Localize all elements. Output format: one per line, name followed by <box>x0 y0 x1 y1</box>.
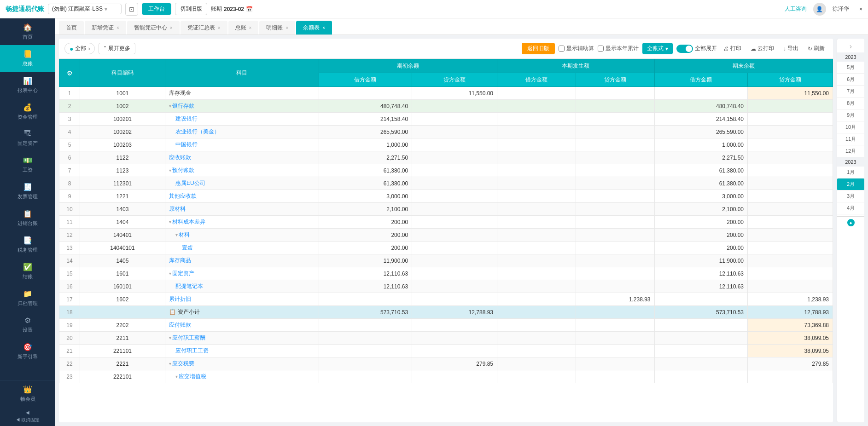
cloud-print-button[interactable]: ☁ 云打印 <box>748 44 777 53</box>
month-9[interactable]: 9月 <box>837 109 864 121</box>
tab-voucher-summary[interactable]: 凭证汇总表 × <box>181 21 227 35</box>
right-panel-expand[interactable]: › <box>848 40 854 52</box>
sidebar-label-close: 结账 <box>23 273 33 280</box>
tab-general-ledger[interactable]: 总账 × <box>228 21 259 35</box>
switch-version-button[interactable]: 切到旧版 <box>175 3 207 15</box>
filter-all-button[interactable]: ● 全部 › <box>64 43 95 54</box>
consult-link[interactable]: 人工咨询 <box>785 5 807 13</box>
tab-close-icon[interactable]: × <box>117 25 119 30</box>
sidebar-item-guide[interactable]: 🎯 新手引导 <box>0 338 55 365</box>
account-name[interactable]: 库存商品 <box>165 254 319 267</box>
account-name[interactable]: 累计折旧 <box>165 293 319 306</box>
avatar[interactable]: 👤 <box>813 3 826 16</box>
sidebar-item-settings[interactable]: ⚙ 设置 <box>0 311 55 338</box>
account-name[interactable]: ▾应付职工薪酬 <box>165 332 319 345</box>
tab-smart-voucher[interactable]: 智能凭证中心 × <box>127 21 180 35</box>
account-name[interactable]: 原材料 <box>165 203 319 216</box>
account-name[interactable]: ▾预付账款 <box>165 164 319 177</box>
month-12[interactable]: 12月 <box>837 145 864 157</box>
close-icon[interactable]: × <box>859 6 862 12</box>
account-name[interactable]: ▾材料成本差异 <box>165 216 319 229</box>
show-ytd-checkbox[interactable]: 显示本年累计 <box>598 45 639 52</box>
export-button[interactable]: ↓ 导出 <box>781 44 801 53</box>
sidebar-item-reports[interactable]: 📊 报表中心 <box>0 72 55 98</box>
month-10[interactable]: 10月 <box>837 121 864 133</box>
settings-gear-icon[interactable]: ⚙ <box>63 67 76 80</box>
account-name[interactable]: 应收账款 <box>165 151 319 164</box>
account-name[interactable]: 应付账款 <box>165 319 319 332</box>
full-mode-label: 全账式 <box>647 45 664 52</box>
account-name[interactable]: ▾固定资产 <box>165 267 319 280</box>
tab-close-icon[interactable]: × <box>170 25 173 30</box>
th-end-balance: 期末余额 <box>654 59 833 73</box>
th-period-debit: 借方金额 <box>319 73 412 87</box>
toolbar-right: 返回旧版 显示辅助算 显示本年累计 全账式 ▾ <box>522 43 827 54</box>
tab-new-voucher[interactable]: 新增凭证 × <box>85 21 126 35</box>
tab-close-icon[interactable]: × <box>218 25 221 30</box>
month-8[interactable]: 8月 <box>837 98 864 109</box>
tab-close-icon[interactable]: × <box>322 25 325 30</box>
workbench-button[interactable]: 工作台 <box>142 3 171 15</box>
page-content: ● 全部 › ˅ 展开更多 返回旧版 显示辅助算 <box>55 35 868 426</box>
month-4[interactable]: 4月 <box>837 202 864 214</box>
account-name[interactable]: 惠属EU公司 <box>165 177 319 190</box>
account-name[interactable]: 中国银行 <box>165 138 319 151</box>
tab-close-icon[interactable]: × <box>249 25 252 30</box>
tab-close-icon[interactable]: × <box>285 25 288 30</box>
month-11[interactable]: 11月 <box>837 133 864 145</box>
month-2[interactable]: 2月 <box>837 178 864 190</box>
account-name[interactable]: 其他应收款 <box>165 190 319 203</box>
expand-all-toggle[interactable]: 全部展开 <box>676 45 717 53</box>
sidebar-item-tax[interactable]: 📑 税务管理 <box>0 231 55 258</box>
row-number: 1 <box>59 87 80 100</box>
month-6[interactable]: 6月 <box>837 74 864 86</box>
month-7[interactable]: 7月 <box>837 86 864 98</box>
account-code: 2221 <box>80 357 165 370</box>
account-name[interactable]: ▾材料 <box>165 229 319 242</box>
account-name[interactable]: ▾应交增值税 <box>165 370 319 383</box>
month-1[interactable]: 1月 <box>837 167 864 178</box>
return-old-button[interactable]: 返回旧版 <box>522 43 555 54</box>
sidebar-item-assets[interactable]: 🏗 固定资产 <box>0 125 55 151</box>
sidebar-item-salary[interactable]: 💵 工资 <box>0 151 55 178</box>
sidebar-item-close[interactable]: ✅ 结账 <box>0 258 55 285</box>
month-5[interactable]: 5月 <box>837 62 864 74</box>
circle-indicator[interactable]: ● <box>847 219 855 226</box>
trading-icon: 📋 <box>23 209 32 218</box>
sidebar-item-trading[interactable]: 📋 进销台账 <box>0 205 55 231</box>
calendar-icon[interactable]: 📅 <box>246 6 253 12</box>
account-name[interactable]: 建设银行 <box>165 113 319 126</box>
account-name[interactable]: ▾银行存款 <box>165 100 319 113</box>
sidebar-item-ledger[interactable]: 📒 总账 <box>0 45 55 72</box>
tab-home[interactable]: 首页 <box>59 21 84 35</box>
account-name[interactable]: 应付职工工资 <box>165 345 319 357</box>
sidebar-item-funds[interactable]: 💰 资金管理 <box>0 98 55 125</box>
row-number: 14 <box>59 254 80 267</box>
th-settings[interactable]: ⚙ <box>59 59 80 87</box>
account-name[interactable]: 配提笔记本 <box>165 280 319 293</box>
aux-checkbox-input[interactable] <box>559 46 565 52</box>
company-selector[interactable]: (勿删) 江西融至-LSS ▾ <box>48 4 122 14</box>
sidebar-item-invoice[interactable]: 🧾 发票管理 <box>0 178 55 205</box>
account-name[interactable]: ▾应交税费 <box>165 357 319 370</box>
copy-icon[interactable]: ⊡ <box>125 3 138 16</box>
sidebar-item-archive[interactable]: 📁 归档管理 <box>0 285 55 311</box>
sidebar-item-member[interactable]: 👑 畅会员 <box>0 380 55 407</box>
balance-table: ⚙ 科目编码 科目 期初余额 本期发生额 期末余额 借方金额 贷方金额 <box>59 59 833 383</box>
tab-balance-table[interactable]: 余额表 × <box>296 21 332 35</box>
refresh-button[interactable]: ↻ 刷新 <box>805 44 827 53</box>
show-ytd-label: 显示本年累计 <box>606 45 639 52</box>
print-button[interactable]: 🖨 打印 <box>721 44 744 53</box>
show-aux-checkbox[interactable]: 显示辅助算 <box>559 45 594 52</box>
sidebar-pin-button[interactable]: ◀ ◀ 取消固定 <box>0 407 55 426</box>
account-name[interactable]: 壹蛋 <box>165 242 319 254</box>
tab-detail-ledger[interactable]: 明细账 × <box>259 21 295 35</box>
month-3[interactable]: 3月 <box>837 190 864 202</box>
toggle-control[interactable] <box>676 45 693 53</box>
account-name[interactable]: 农业银行（美金） <box>165 126 319 138</box>
full-mode-button[interactable]: 全账式 ▾ <box>642 43 673 54</box>
invoice-icon: 🧾 <box>23 183 32 191</box>
sidebar-item-home[interactable]: 🏠 首页 <box>0 18 55 45</box>
expand-more-button[interactable]: ˅ 展开更多 <box>99 43 135 54</box>
ytd-checkbox-input[interactable] <box>598 46 604 52</box>
